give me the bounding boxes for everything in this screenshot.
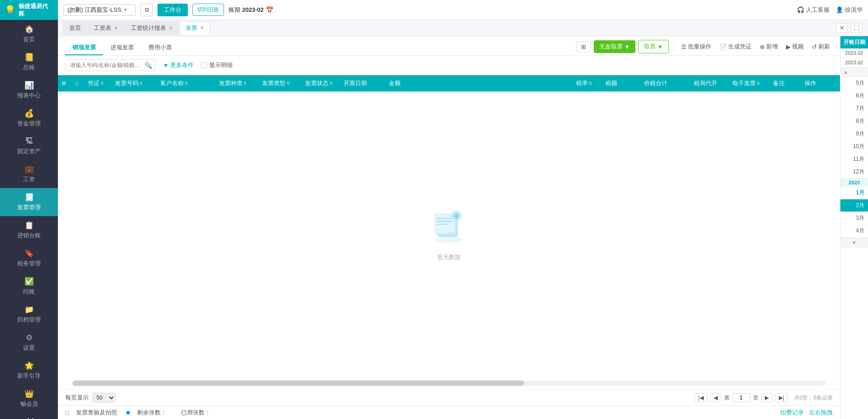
batch-op-button[interactable]: ☰ 批量操作 bbox=[678, 41, 714, 53]
month-item-3[interactable]: 3月 bbox=[840, 212, 868, 225]
next-page-button[interactable]: ▶ bbox=[761, 393, 773, 402]
sidebar-item-reports[interactable]: 📊 报表中心 bbox=[0, 76, 58, 104]
th-tax-rate: 税率⇅ bbox=[576, 79, 606, 87]
sidebar-item-home[interactable]: 🏠 首页 bbox=[0, 20, 58, 48]
tab-invoice-close[interactable]: ✕ bbox=[200, 25, 204, 31]
up-arrow-icon[interactable]: ▲ bbox=[843, 69, 849, 75]
page-size-select[interactable]: 50 10 20 100 bbox=[92, 393, 115, 403]
table-settings-button[interactable]: ⊞ bbox=[576, 41, 591, 53]
th-settings[interactable]: ⚙ bbox=[62, 80, 75, 87]
video-icon: ▶ bbox=[786, 43, 791, 50]
month-item-5[interactable]: 5月 bbox=[840, 77, 868, 90]
tab-invoice[interactable]: 发票 ✕ bbox=[180, 21, 210, 35]
sidebar-item-close[interactable]: ✅ 结账 bbox=[0, 272, 58, 300]
show-detail-checkbox[interactable] bbox=[201, 62, 207, 68]
copy-button[interactable]: ⧉ bbox=[140, 4, 153, 16]
sidebar-item-ledger[interactable]: 📒 总账 bbox=[0, 48, 58, 76]
down-arrow-icon[interactable]: ▼ bbox=[852, 240, 857, 246]
month-item-12[interactable]: 12月 bbox=[840, 166, 868, 178]
copy-icon: ⧉ bbox=[145, 6, 149, 14]
sidebar-item-invoice[interactable]: 🧾 发票管理 bbox=[0, 188, 58, 216]
switch-old-button[interactable]: 切到旧版 bbox=[192, 4, 224, 16]
user-button[interactable]: 👤 徐淇华 bbox=[836, 6, 863, 14]
take-ticket-label: 取票 bbox=[644, 43, 656, 51]
gen-voucher-button[interactable]: 📄 生成凭证 bbox=[717, 41, 754, 53]
tab-home[interactable]: 首页 bbox=[63, 21, 87, 35]
sidebar-item-settings[interactable]: ⚙ 设置 bbox=[0, 328, 58, 356]
search-wrap: 🔍 bbox=[65, 59, 156, 71]
month-item-1[interactable]: 1月 bbox=[840, 187, 868, 199]
sub-tab-expense-ticket[interactable]: 费用小票 bbox=[141, 41, 179, 55]
workbench-button[interactable]: 工作台 bbox=[157, 4, 188, 16]
service-button[interactable]: 🎧 人工客服 bbox=[797, 6, 830, 14]
sidebar-item-tax[interactable]: 🔖 税务管理 bbox=[0, 244, 58, 272]
no-cancel-button[interactable]: 无血取票 ▼ bbox=[594, 40, 635, 53]
prev-page-button[interactable]: ◀ bbox=[710, 393, 721, 402]
month-item-11[interactable]: 11月 bbox=[840, 153, 868, 166]
tab-payroll-stats-close[interactable]: ✕ bbox=[169, 25, 173, 31]
video-label: 视频 bbox=[792, 43, 804, 51]
month-item-6[interactable]: 6月 bbox=[840, 90, 868, 102]
table-scrollbar[interactable] bbox=[72, 380, 825, 386]
month-item-10[interactable]: 10月 bbox=[840, 140, 868, 153]
sidebar-logo: 💡 畅捷通易代账 bbox=[0, 0, 58, 20]
headset-icon: 🎧 bbox=[797, 6, 804, 13]
month-item-2-active[interactable]: 2月 bbox=[840, 199, 868, 212]
th-open-date: 开票日期 bbox=[343, 79, 389, 87]
sub-tab-sales-invoice[interactable]: 销项发票 bbox=[65, 41, 103, 55]
sales-icon: 📋 bbox=[24, 221, 34, 230]
show-detail-toggle[interactable]: 显示明细 bbox=[201, 61, 233, 69]
service-label: 人工客服 bbox=[806, 6, 830, 14]
sidebar-item-assets[interactable]: 🏗 固定资产 bbox=[0, 132, 58, 160]
page-input[interactable] bbox=[732, 393, 750, 402]
period-label: 账期 bbox=[229, 6, 240, 14]
date-top-item-1[interactable]: 2023.02 bbox=[840, 48, 868, 58]
window-minimize-button[interactable]: ✕ bbox=[836, 23, 848, 33]
sidebar-item-label: 结账 bbox=[23, 288, 35, 296]
page-label: 第 bbox=[724, 394, 730, 402]
sidebar-item-payroll[interactable]: 💼 工资 bbox=[0, 160, 58, 188]
logo-icon: 💡 bbox=[5, 5, 16, 15]
sidebar-item-guide[interactable]: 🌟 新手引导 bbox=[0, 356, 58, 385]
sort-icon: ⇅ bbox=[589, 81, 592, 86]
company-selector[interactable]: (勿删) 江西股宝-LSS ▼ bbox=[63, 4, 136, 16]
month-item-4[interactable]: 4月 bbox=[840, 225, 868, 237]
tab-payroll-close[interactable]: ✕ bbox=[114, 25, 118, 31]
date-top-item-2[interactable]: 2023.02 bbox=[840, 58, 868, 67]
first-page-button[interactable]: |◀ bbox=[694, 393, 707, 402]
tab-payroll[interactable]: 工资表 ✕ bbox=[88, 21, 124, 35]
tab-payroll-stats[interactable]: 工资统计报表 ✕ bbox=[125, 21, 179, 35]
filter-more-button[interactable]: ▼ 更多条件 bbox=[163, 61, 194, 69]
window-maximize-button[interactable]: ⛶ bbox=[850, 23, 863, 33]
add-record-link[interactable]: 扣费记录 bbox=[780, 409, 804, 417]
search-input[interactable] bbox=[65, 59, 156, 71]
sub-tabs: 销项发票 进项发票 费用小票 ⊞ 无血取票 ▼ bbox=[58, 36, 840, 56]
month-item-9[interactable]: 9月 bbox=[840, 128, 868, 140]
table-scrollbar-thumb[interactable] bbox=[72, 380, 524, 386]
sidebar-item-funds[interactable]: 💰 资金管理 bbox=[0, 104, 58, 132]
open-period-button[interactable]: 开账日期 bbox=[840, 36, 868, 48]
last-page-button[interactable]: ▶| bbox=[775, 393, 788, 402]
refresh-button[interactable]: ↺ 刷新 bbox=[809, 41, 833, 53]
year-group-bottom: ▼ bbox=[840, 237, 868, 248]
sidebar-collapse[interactable]: ◀◀ 收消固定 bbox=[0, 413, 58, 419]
sidebar-item-archive[interactable]: 📁 归档管理 bbox=[0, 300, 58, 328]
take-ticket-button[interactable]: 取票 ▼ bbox=[638, 40, 669, 53]
year-2023-label[interactable]: 2023 bbox=[840, 178, 868, 187]
th-checkbox[interactable]: □ bbox=[75, 80, 88, 87]
month-item-7[interactable]: 7月 bbox=[840, 102, 868, 115]
video-button[interactable]: ▶ 视频 bbox=[783, 41, 806, 53]
left-right-link[interactable]: 左右拖拽 bbox=[809, 409, 833, 417]
sidebar-item-sales[interactable]: 📋 进销台账 bbox=[0, 216, 58, 244]
add-icon: ⊕ bbox=[760, 43, 765, 50]
verify-icon: □ bbox=[65, 409, 69, 416]
company-label: (勿删) 江西股宝-LSS bbox=[67, 6, 121, 14]
svg-point-0 bbox=[435, 236, 463, 243]
new-button[interactable]: ⊕ 新增 bbox=[757, 41, 781, 53]
sidebar-item-label: 固定资产 bbox=[17, 147, 41, 155]
month-item-8[interactable]: 8月 bbox=[840, 115, 868, 128]
th-tax-amount: 税额 bbox=[606, 79, 644, 87]
sub-tab-purchase-invoice[interactable]: 进项发票 bbox=[103, 41, 141, 55]
table-footer: 每页显示 50 10 20 100 |◀ ◀ 第 页 ▶ ▶| 共0页，0条记录 bbox=[58, 390, 840, 405]
sidebar-item-member[interactable]: 👑 畅会员 bbox=[0, 385, 58, 413]
